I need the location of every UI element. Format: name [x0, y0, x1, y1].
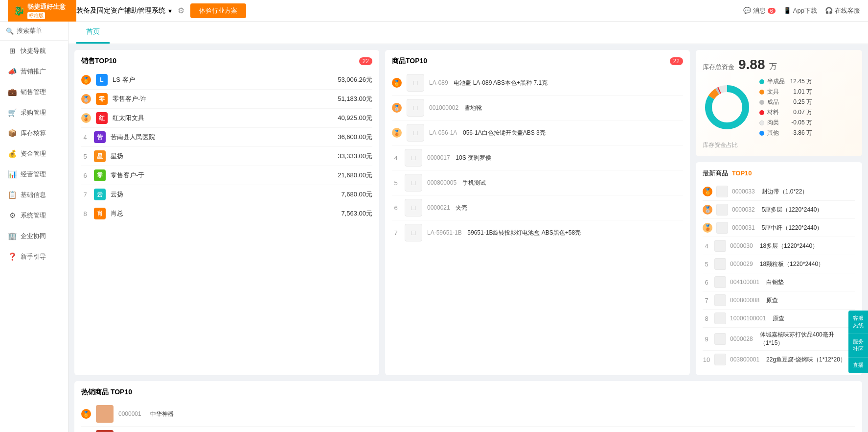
product-code-4: 0000017 [427, 154, 450, 161]
legend-value-2: 0.25 万 [788, 98, 812, 106]
sales-icon: 💼 [8, 88, 17, 96]
customer-amount-8: 7,563.00元 [341, 209, 372, 218]
sidebar-label-guide: 新手引导 [21, 252, 46, 261]
product-name-1: 电池盖 LA-089 ABS本色+黑种 7.1克 [454, 79, 548, 86]
marketing-icon: 📣 [8, 67, 17, 76]
legend-item-stationery: 文具 1.01 万 [759, 88, 812, 96]
list-item: 4 0000030 18多层（1220*2440） [703, 237, 855, 255]
hot-products-row: 热销商品 TOP10 🏅 0000001 中华神器 🥈 [74, 381, 862, 432]
np-name-10: 22g鱼豆腐-烧烤味（1*12*20） [766, 356, 855, 364]
np-code-4: 0000030 [730, 242, 753, 249]
legend-value-0: 12.45 万 [788, 77, 812, 86]
customer-avatar-3: 红 [96, 112, 108, 124]
sidebar-item-guide[interactable]: ❓ 新手引导 [0, 246, 68, 267]
customer-name-4: 苦南县人民医院 [111, 133, 333, 142]
np-code-2: 0000032 [732, 206, 755, 213]
float-btn-service[interactable]: 客服 热线 [848, 311, 868, 334]
float-btn-live[interactable]: 直播 [848, 358, 868, 373]
system-icon: ⚙ [8, 211, 17, 220]
rank-num-8: 8 [81, 210, 89, 217]
top-customers-title: 销售TOP10 [81, 57, 116, 66]
online-service-btn[interactable]: 🎧 在线客服 [825, 6, 860, 15]
list-item: 🥉 0000031 5厘中纤（1220*2440） [703, 219, 855, 237]
top-product-row: 6 □ 0000021 夹壳 [392, 195, 683, 220]
donut-chart [703, 83, 752, 132]
headset-icon: 🎧 [825, 7, 833, 14]
np-thumb-2 [716, 204, 728, 216]
hot-code-1: 0000001 [118, 410, 141, 417]
logo-badge: 标准版 [27, 12, 45, 19]
product-info-1: LA-089 电池盖 LA-089 ABS本色+黑种 7.1克 [429, 79, 683, 87]
product-code-3: LA-056-1A [429, 129, 457, 136]
np-rank-5: 5 [703, 261, 710, 268]
hot-name-1: 中华神器 [150, 410, 174, 418]
list-item: 7 000800008 原查 [703, 291, 855, 310]
np-code-5: 0000029 [730, 261, 753, 267]
sidebar-item-finance[interactable]: 💰 资金管理 [0, 144, 68, 164]
sidebar-item-purchase[interactable]: 🛒 采购管理 [0, 102, 68, 123]
sidebar-item-shortcuts[interactable]: ⊞ 快捷导航 [0, 41, 68, 61]
customer-avatar-7: 云 [94, 189, 106, 200]
hot-title-text: 热销商品 TOP10 [81, 388, 132, 396]
customer-avatar-4: 苦 [94, 131, 106, 143]
system-selector[interactable]: 装备及固定资产辅助管理系统 ▾ [76, 6, 172, 15]
sidebar-search[interactable]: 🔍 搜索菜单 [0, 22, 68, 41]
top-product-row: 7 □ LA-59651-1B 59651-1B旋转投影灯电池盒 ABS黑色+5… [392, 220, 683, 245]
hot-product-row: 🏅 0000001 中华神器 [81, 402, 855, 427]
customer-row: 🏅 L LS 客户 53,006.26元 [81, 71, 372, 90]
np-rank-9: 9 [703, 336, 710, 343]
np-thumb-4 [714, 240, 726, 252]
sidebar-item-collaboration[interactable]: 🏢 企业协同 [0, 226, 68, 246]
sidebar-item-sales[interactable]: 💼 销售管理 [0, 82, 68, 102]
top-product-row: 🥉 □ LA-056-1A 056-1A白色按键开关盖ABS 3壳 [392, 120, 683, 145]
list-item: 🥈 0000032 5厘多层（1220*2440） [703, 201, 855, 219]
hot-products-title: 热销商品 TOP10 [81, 388, 132, 397]
legend-value-4: -0.05 万 [788, 119, 812, 127]
operations-icon: 📊 [8, 170, 17, 179]
product-code-2: 001000002 [429, 104, 458, 111]
customer-amount-5: 33,333.00元 [338, 152, 372, 161]
customer-amount-1: 53,006.26元 [338, 75, 372, 84]
message-badge: 6 [768, 8, 776, 14]
sidebar-item-operations[interactable]: 📊 经营管理 [0, 164, 68, 185]
gear-icon[interactable]: ⚙ [178, 6, 184, 15]
hot-rank-1: 🏅 [81, 409, 91, 419]
shortcuts-icon: ⊞ [8, 47, 17, 55]
customer-amount-3: 40,925.00元 [338, 114, 372, 122]
customer-row: 6 零 零售客户-于 21,680.00元 [81, 166, 372, 185]
service-label: 在线客服 [835, 6, 860, 15]
purchase-icon: 🛒 [8, 108, 17, 117]
customer-name-6: 零售客户-于 [111, 171, 333, 180]
sidebar-label-finance: 资金管理 [21, 149, 46, 158]
system-title: 装备及固定资产辅助管理系统 [76, 6, 165, 15]
float-btn-community[interactable]: 服务 社区 [848, 334, 868, 358]
product-info-3: LA-056-1A 056-1A白色按键开关盖ABS 3壳 [429, 129, 683, 137]
sidebar-item-inventory[interactable]: 📦 库存核算 [0, 123, 68, 144]
legend-dot-meat [759, 120, 764, 125]
product-info-4: 0000017 10S 变刹罗侯 [427, 154, 683, 162]
np-name-2: 5厘多层（1220*2440） [762, 206, 855, 214]
np-rank-3: 🥉 [703, 223, 712, 233]
guide-icon: ❓ [8, 252, 17, 261]
hot-thumb-1 [96, 405, 114, 423]
legend-item-finished: 成品 0.25 万 [759, 98, 812, 106]
sidebar-item-basic-info[interactable]: 📋 基础信息 [0, 185, 68, 205]
message-btn[interactable]: 💬 消息 6 [743, 6, 776, 15]
sidebar-item-system[interactable]: ⚙ 系统管理 [0, 205, 68, 226]
rank-badge-p2: 🥈 [392, 103, 402, 113]
app-download-btn[interactable]: 📱 App下载 [783, 6, 817, 15]
search-label: 搜索菜单 [17, 26, 42, 35]
inventory-icon: 📦 [8, 129, 17, 138]
list-item: 5 0000029 18颗粒板（1220*2440） [703, 255, 855, 273]
experience-btn[interactable]: 体验行业方案 [190, 3, 246, 18]
newest-title-text: 最新商品 [703, 169, 728, 177]
product-name-3: 056-1A白色按键开关盖ABS 3壳 [463, 129, 546, 136]
product-thumb-4: □ [405, 149, 422, 167]
np-thumb-10 [714, 354, 726, 365]
legend-label-0: 半成品 [767, 77, 785, 86]
rank-num-7: 7 [81, 191, 89, 198]
rank-badge-p1: 🏅 [392, 78, 402, 88]
tab-home[interactable]: 首页 [76, 22, 110, 44]
sidebar-item-marketing[interactable]: 📣 营销推广 [0, 61, 68, 82]
top-products-heading: 商品TOP10 22 [392, 57, 683, 66]
